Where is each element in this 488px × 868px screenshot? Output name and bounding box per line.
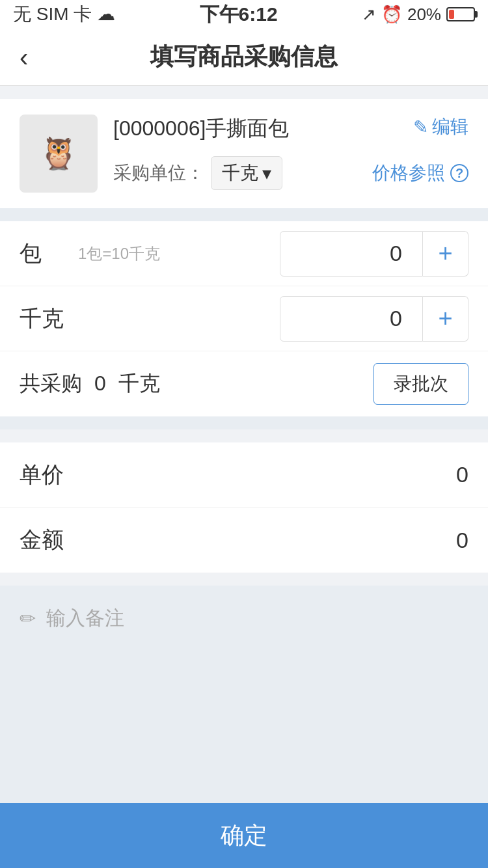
info-icon: ?	[450, 164, 468, 182]
unit-price-row: 单价 0	[0, 442, 488, 508]
input-section: 包 1包=10千克 + 千克 + 共采购 0 千克 录批次	[0, 221, 488, 416]
edit-icon: ✎	[413, 116, 428, 138]
amount-row: 金额 0	[0, 508, 488, 573]
unit-select[interactable]: 千克 ▾	[211, 156, 282, 190]
section-divider-2	[0, 416, 488, 429]
chevron-down-icon: ▾	[262, 163, 271, 184]
kg-input-row: 千克 +	[0, 286, 488, 351]
kg-quantity-input[interactable]	[280, 296, 423, 342]
page-title: 填写商品采购信息	[150, 41, 338, 73]
edit-button[interactable]: ✎ 编辑	[413, 115, 468, 139]
product-logo: 🦉	[39, 135, 78, 172]
kg-label: 千克	[20, 304, 72, 334]
summary-quantity: 0	[94, 372, 106, 395]
summary-row: 共采购 0 千克 录批次	[0, 351, 488, 416]
product-unit-row: 采购单位： 千克 ▾ 价格参照 ?	[113, 156, 468, 190]
amount-value: 0	[456, 528, 468, 553]
location-icon: ↗	[362, 5, 376, 25]
summary-text: 共采购 0 千克	[20, 370, 160, 398]
amount-label: 金额	[20, 525, 64, 555]
bag-label: 包	[20, 239, 72, 269]
remark-section[interactable]: ✏ 输入备注	[0, 586, 488, 651]
status-right: ↗ ⏰ 20%	[362, 5, 475, 25]
summary-suffix: 千克	[118, 372, 160, 395]
kg-input-right: +	[280, 296, 468, 342]
bag-quantity-input[interactable]	[280, 231, 423, 277]
unit-price-value: 0	[456, 462, 468, 487]
pencil-icon: ✏	[20, 607, 36, 630]
summary-prefix: 共采购	[20, 372, 82, 395]
kg-plus-button[interactable]: +	[423, 296, 468, 342]
back-button[interactable]: ‹	[20, 44, 28, 70]
sim-label: 无 SIM 卡 ☁	[13, 2, 115, 27]
product-image: 🦉	[20, 115, 98, 193]
bag-sub-label: 1包=10千克	[78, 243, 280, 264]
nav-bar: ‹ 填写商品采购信息	[0, 29, 488, 86]
battery-percent: 20%	[407, 5, 441, 25]
status-time: 下午6:12	[200, 1, 278, 28]
bag-plus-icon: +	[438, 239, 452, 267]
product-info: [0000006]手撕面包 ✎ 编辑 采购单位： 千克 ▾ 价格参照 ?	[113, 115, 468, 190]
battery-icon	[446, 7, 475, 21]
price-ref-button[interactable]: 价格参照 ?	[372, 161, 468, 185]
bag-input-right: +	[280, 231, 468, 277]
remark-placeholder: 输入备注	[46, 605, 124, 632]
status-bar: 无 SIM 卡 ☁ 下午6:12 ↗ ⏰ 20%	[0, 0, 488, 29]
batch-button[interactable]: 录批次	[373, 363, 468, 405]
alarm-icon: ⏰	[381, 5, 402, 25]
confirm-button[interactable]: 确定	[0, 803, 488, 868]
edit-label: 编辑	[432, 115, 468, 139]
product-name: [0000006]手撕面包	[113, 115, 413, 143]
unit-label: 采购单位：	[113, 161, 204, 185]
price-section: 单价 0 金额 0	[0, 442, 488, 573]
confirm-label: 确定	[221, 820, 267, 852]
unit-value: 千克	[222, 161, 258, 185]
section-divider-1	[0, 208, 488, 221]
price-ref-label: 价格参照	[372, 161, 445, 185]
bag-plus-button[interactable]: +	[423, 231, 468, 277]
product-info-top: [0000006]手撕面包 ✎ 编辑	[113, 115, 468, 143]
bag-input-row: 包 1包=10千克 +	[0, 221, 488, 286]
status-left: 无 SIM 卡 ☁	[13, 2, 115, 27]
unit-price-label: 单价	[20, 460, 64, 490]
kg-plus-icon: +	[438, 305, 452, 332]
product-card: 🦉 [0000006]手撕面包 ✎ 编辑 采购单位： 千克 ▾ 价格参照 ?	[0, 99, 488, 208]
